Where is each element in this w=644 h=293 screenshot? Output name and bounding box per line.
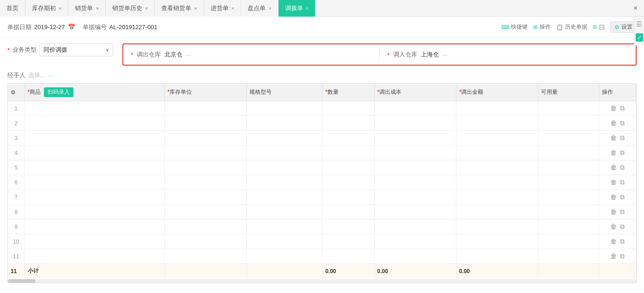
row-spec-11[interactable]	[246, 249, 322, 264]
row-qty-7[interactable]	[322, 190, 374, 205]
row-unit-11[interactable]	[164, 249, 246, 264]
handler-more[interactable]: ···	[48, 72, 53, 79]
row-qty-9[interactable]	[322, 220, 374, 234]
quick-key-btn[interactable]: ⌨ 快捷键	[501, 23, 528, 31]
row-amount-4[interactable]	[456, 146, 538, 160]
row-qty-11[interactable]	[322, 249, 374, 264]
row-cost-5[interactable]	[374, 160, 456, 175]
row-spec-4[interactable]	[246, 146, 322, 160]
row-cost-10[interactable]	[374, 234, 456, 249]
copy-icon-11[interactable]: ⧉	[620, 252, 625, 260]
row-amount-5[interactable]	[456, 160, 538, 175]
row-unit-4[interactable]	[164, 146, 246, 160]
row-product-7[interactable]	[24, 190, 164, 205]
scan-button[interactable]: 扫码录入	[44, 87, 73, 97]
row-available-2[interactable]	[538, 116, 599, 131]
warehouse-out-value[interactable]: 北京仓	[164, 50, 182, 59]
row-qty-6[interactable]	[322, 175, 374, 190]
row-spec-3[interactable]	[246, 131, 322, 146]
delete-icon-3[interactable]: 🗑	[610, 134, 617, 141]
horizontal-scrollbar[interactable]	[8, 279, 636, 283]
copy-icon-5[interactable]: ⧉	[620, 164, 625, 171]
tab-sales-order[interactable]: 销货单 ×	[68, 0, 105, 17]
layout-list-icon[interactable]: ≡	[593, 23, 597, 31]
layout-grid-icon[interactable]: ⊟	[599, 23, 605, 31]
tab-purchase[interactable]: 进货单 ×	[204, 0, 241, 17]
row-amount-9[interactable]	[456, 220, 538, 234]
row-amount-11[interactable]	[456, 249, 538, 264]
row-qty-10[interactable]	[322, 234, 374, 249]
row-product-4[interactable]	[24, 146, 164, 160]
delete-icon-5[interactable]: 🗑	[610, 164, 617, 171]
row-cost-3[interactable]	[374, 131, 456, 146]
delete-icon-4[interactable]: 🗑	[610, 149, 617, 156]
copy-icon-9[interactable]: ⧉	[620, 223, 625, 230]
row-available-10[interactable]	[538, 234, 599, 249]
copy-icon-4[interactable]: ⧉	[620, 149, 625, 156]
tab-transfer[interactable]: 调拨单 ×	[279, 0, 316, 17]
row-unit-8[interactable]	[164, 205, 246, 220]
tab-close-sales-history[interactable]: ×	[145, 6, 148, 11]
copy-icon-3[interactable]: ⧉	[620, 134, 625, 141]
copy-icon-1[interactable]: ⧉	[620, 104, 625, 112]
row-product-2[interactable]	[24, 116, 164, 131]
row-unit-3[interactable]	[164, 131, 246, 146]
calendar-icon[interactable]: 📅	[68, 24, 75, 31]
row-amount-8[interactable]	[456, 205, 538, 220]
row-qty-1[interactable]	[322, 101, 374, 116]
sidebar-expand-icon[interactable]: ⤢	[636, 33, 643, 42]
delete-icon-8[interactable]: 🗑	[610, 208, 617, 215]
delete-icon-10[interactable]: 🗑	[610, 238, 617, 245]
row-qty-3[interactable]	[322, 131, 374, 146]
row-product-6[interactable]	[24, 175, 164, 190]
history-btn[interactable]: 📋 历史单据	[556, 23, 587, 31]
window-close-button[interactable]: ×	[627, 0, 644, 17]
tab-view-sales[interactable]: 查看销货单 ×	[155, 0, 204, 17]
row-cost-9[interactable]	[374, 220, 456, 234]
warehouse-in-more[interactable]: ···	[443, 51, 448, 58]
row-spec-5[interactable]	[246, 160, 322, 175]
row-qty-4[interactable]	[322, 146, 374, 160]
row-spec-6[interactable]	[246, 175, 322, 190]
copy-icon-7[interactable]: ⧉	[620, 193, 625, 201]
tab-close-sales-order[interactable]: ×	[96, 6, 98, 11]
row-cost-2[interactable]	[374, 116, 456, 131]
row-product-3[interactable]	[24, 131, 164, 146]
settings-button[interactable]: ⚙ 设置	[610, 21, 637, 33]
row-available-3[interactable]	[538, 131, 599, 146]
row-amount-3[interactable]	[456, 131, 538, 146]
tab-stocktake[interactable]: 盘点单 ×	[241, 0, 278, 17]
tab-close-transfer[interactable]: ×	[306, 6, 309, 11]
row-unit-6[interactable]	[164, 175, 246, 190]
row-available-9[interactable]	[538, 220, 599, 234]
row-amount-2[interactable]	[456, 116, 538, 131]
row-available-5[interactable]	[538, 160, 599, 175]
row-product-10[interactable]	[24, 234, 164, 249]
row-available-1[interactable]	[538, 101, 599, 116]
row-product-8[interactable]	[24, 205, 164, 220]
tab-close-purchase[interactable]: ×	[231, 6, 234, 11]
tab-close-view-sales[interactable]: ×	[194, 6, 197, 11]
copy-icon-8[interactable]: ⧉	[620, 208, 625, 215]
row-unit-10[interactable]	[164, 234, 246, 249]
row-qty-8[interactable]	[322, 205, 374, 220]
row-cost-8[interactable]	[374, 205, 456, 220]
row-product-5[interactable]	[24, 160, 164, 175]
row-unit-5[interactable]	[164, 160, 246, 175]
tab-inventory-init[interactable]: 库存期初 ×	[25, 0, 68, 17]
row-unit-1[interactable]	[164, 101, 246, 116]
row-spec-10[interactable]	[246, 234, 322, 249]
tab-home[interactable]: 首页	[0, 0, 25, 17]
delete-icon-9[interactable]: 🗑	[610, 223, 617, 230]
warehouse-out-more[interactable]: ···	[186, 51, 191, 58]
th-gear[interactable]: ⚙	[8, 84, 24, 101]
row-unit-7[interactable]	[164, 190, 246, 205]
row-spec-8[interactable]	[246, 205, 322, 220]
ops-btn[interactable]: ⊞ 操作	[533, 23, 551, 31]
row-unit-9[interactable]	[164, 220, 246, 234]
row-available-4[interactable]	[538, 146, 599, 160]
tab-close-stocktake[interactable]: ×	[268, 6, 271, 11]
row-cost-1[interactable]	[374, 101, 456, 116]
row-qty-5[interactable]	[322, 160, 374, 175]
handler-select[interactable]: 选择...	[28, 71, 45, 79]
